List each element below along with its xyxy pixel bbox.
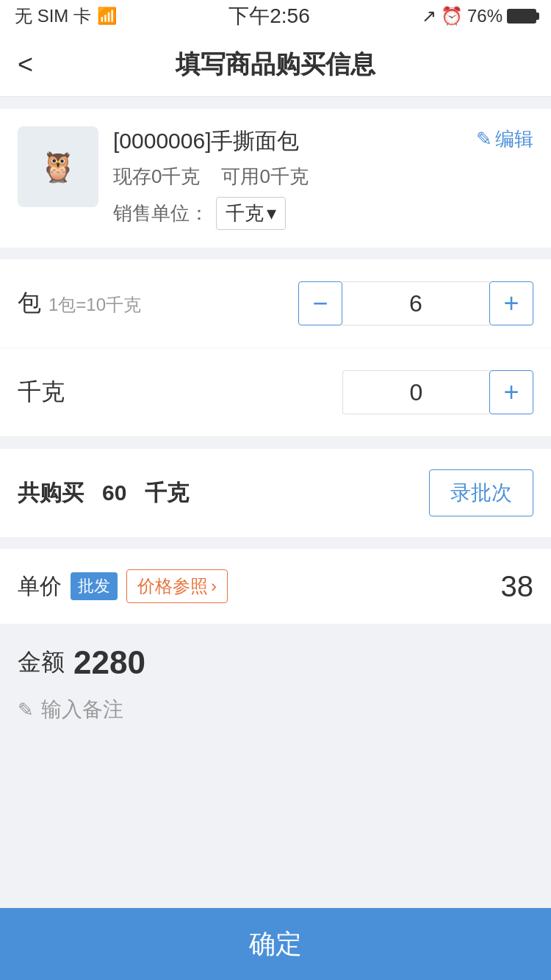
product-name: [0000006]手撕面包 xyxy=(113,126,533,156)
record-batch-button[interactable]: 录批次 xyxy=(429,469,533,516)
increment-kg-button[interactable]: + xyxy=(489,370,533,414)
status-bar: 无 SIM 卡 📶 下午2:56 ↗ ⏰ 76% xyxy=(0,0,551,32)
decrement-bao-button[interactable]: − xyxy=(298,281,342,325)
quantity-row-bao: 包 1包=10千克 − + xyxy=(0,259,551,348)
amount-section: 金额 2280 ✎ 输入备注 xyxy=(0,624,551,735)
battery-percent: 76% xyxy=(467,6,503,26)
product-unit-row: 销售单位： 千克 ▾ xyxy=(113,197,533,230)
quantity-label-bao: 包 1包=10千克 xyxy=(18,287,298,320)
back-button[interactable]: < xyxy=(18,49,33,80)
summary-text: 共购买 60 千克 xyxy=(18,478,189,508)
pencil-icon: ✎ xyxy=(18,699,34,721)
price-label: 单价 xyxy=(18,572,62,602)
quantity-bao-input[interactable] xyxy=(342,281,489,325)
location-icon: ↗ xyxy=(422,6,436,26)
nav-bar: < 填写商品购买信息 xyxy=(0,32,551,97)
price-reference-button[interactable]: 价格参照 › xyxy=(126,569,228,603)
status-right: ↗ ⏰ 76% xyxy=(422,6,536,26)
quantity-control-kg: + xyxy=(342,370,533,414)
product-logo-icon: 🦉 xyxy=(40,150,76,184)
product-thumbnail: 🦉 xyxy=(18,126,98,207)
amount-value: 2280 xyxy=(73,644,145,681)
price-value: 38 xyxy=(501,570,534,603)
alarm-icon: ⏰ xyxy=(441,6,463,26)
price-left: 单价 批发 价格参照 › xyxy=(18,569,228,603)
dropdown-arrow-icon: ▾ xyxy=(267,202,276,225)
quantity-section: 包 1包=10千克 − + 千克 + xyxy=(0,259,551,437)
price-batch-tag: 批发 xyxy=(71,572,118,600)
amount-row: 金额 2280 xyxy=(18,644,533,681)
product-card: 🦉 [0000006]手撕面包 现存0千克 可用0千克 销售单位： 千克 ▾ ✎… xyxy=(0,109,551,248)
increment-bao-button[interactable]: + xyxy=(489,281,533,325)
page-title: 填写商品购买信息 xyxy=(176,48,375,82)
unit-dropdown[interactable]: 千克 ▾ xyxy=(216,197,286,230)
status-carrier: 无 SIM 卡 📶 xyxy=(15,4,117,28)
quantity-row-kg: 千克 + xyxy=(0,348,551,437)
remark-row[interactable]: ✎ 输入备注 xyxy=(18,696,533,724)
product-stock: 现存0千克 可用0千克 xyxy=(113,164,533,190)
summary-amount: 60 xyxy=(102,480,126,505)
edit-button[interactable]: ✎ 编辑 xyxy=(476,126,533,152)
edit-icon: ✎ xyxy=(476,128,492,151)
remark-placeholder: 输入备注 xyxy=(41,696,123,724)
amount-label: 金额 xyxy=(18,646,65,679)
battery-icon xyxy=(507,9,536,24)
wifi-icon: 📶 xyxy=(97,7,117,26)
quantity-kg-input[interactable] xyxy=(342,370,489,414)
quantity-control-bao: − + xyxy=(298,281,533,325)
chevron-right-icon: › xyxy=(211,576,217,597)
status-time: 下午2:56 xyxy=(228,2,310,30)
quantity-label-kg: 千克 xyxy=(18,376,342,408)
summary-row: 共购买 60 千克 录批次 xyxy=(0,449,551,537)
product-info: [0000006]手撕面包 现存0千克 可用0千克 销售单位： 千克 ▾ xyxy=(113,126,533,230)
price-section: 单价 批发 价格参照 › 38 xyxy=(0,549,551,624)
confirm-button[interactable]: 确定 xyxy=(0,908,551,980)
price-row: 单价 批发 价格参照 › 38 xyxy=(18,569,533,603)
